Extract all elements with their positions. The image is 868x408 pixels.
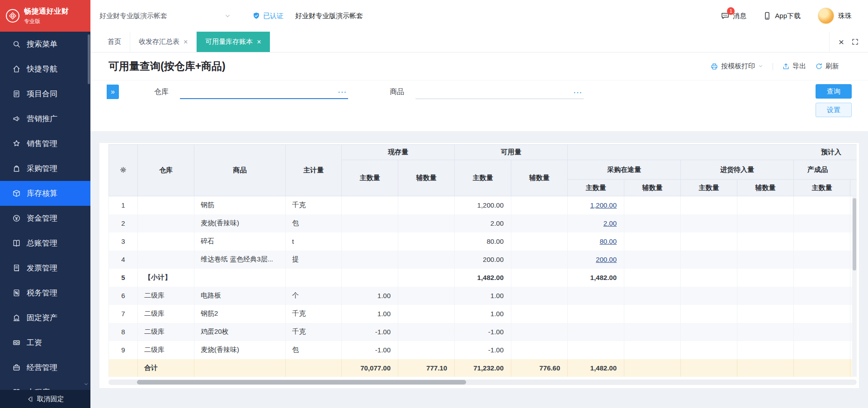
certified-badge[interactable]: 已认证 bbox=[252, 12, 283, 20]
print-label: 按模板打印 bbox=[721, 62, 755, 71]
cell-pt_aux bbox=[624, 359, 681, 377]
sidebar-item-project-contract[interactable]: 项目合同 bbox=[0, 81, 90, 106]
drilldown-link[interactable]: 200.00 bbox=[596, 256, 617, 263]
subtotal-row[interactable]: 5【小计】1,482.001,482.00 bbox=[109, 269, 857, 287]
goods-picker-button[interactable]: ··· bbox=[574, 89, 583, 96]
cell-goods bbox=[194, 269, 286, 287]
cell-goods: 麦烧(香辣味) bbox=[194, 341, 286, 359]
tab-available-ledger[interactable]: 可用量库存账本× bbox=[197, 32, 269, 52]
cell-cur_main: 1.00 bbox=[342, 305, 398, 323]
cell-goods bbox=[194, 359, 286, 377]
sidebar-item-search-menu[interactable]: 搜索菜单 bbox=[0, 32, 90, 57]
warehouse-picker-button[interactable]: ··· bbox=[338, 89, 347, 96]
sidebar-item-quick-nav[interactable]: 快捷导航 bbox=[0, 57, 90, 81]
sidebar-item-purchase-mgmt[interactable]: 采购管理 bbox=[0, 156, 90, 181]
horizontal-scrollbar[interactable] bbox=[108, 380, 857, 385]
sidebar-scroll-down-icon[interactable] bbox=[83, 381, 89, 387]
warehouse-input[interactable]: ··· bbox=[180, 85, 348, 99]
sidebar-item-sales-mgmt[interactable]: 销售管理 bbox=[0, 131, 90, 156]
account-set-select[interactable]: 好业财专业版演示帐套 bbox=[98, 9, 233, 23]
cell-ip_main bbox=[681, 269, 737, 287]
goods-input[interactable]: ··· bbox=[415, 85, 584, 99]
expand-filters-button[interactable]: » bbox=[107, 85, 119, 99]
app-logo: 畅捷通好业财 专业版 bbox=[0, 0, 90, 32]
sidebar-item-inventory-acct[interactable]: 库存核算 bbox=[0, 181, 90, 206]
drilldown-link[interactable]: 80.00 bbox=[599, 237, 617, 245]
cell-ip_aux bbox=[737, 269, 794, 287]
inventory-icon bbox=[12, 189, 21, 198]
goods-field: 商品 ··· bbox=[390, 85, 584, 99]
cell-pt_main: 1,200.00 bbox=[568, 196, 624, 214]
cell-seq: 3 bbox=[109, 232, 138, 251]
fullscreen-icon[interactable] bbox=[851, 38, 859, 46]
tab-label: 收发存汇总表 bbox=[139, 38, 179, 46]
table-viewport: 仓库 商品 主计量 现存量 可用量 预计入 主数量 辅数量 主数量 辅数量 采购… bbox=[108, 144, 857, 377]
cell-cur_aux bbox=[398, 196, 455, 214]
app-download-button[interactable]: App下载 bbox=[763, 11, 801, 20]
sidebar-scrollbar-thumb[interactable] bbox=[88, 34, 90, 84]
sidebar-item-payroll[interactable]: 工资 bbox=[0, 330, 90, 355]
drilldown-link[interactable]: 1,200.00 bbox=[590, 201, 617, 209]
export-icon bbox=[782, 62, 790, 70]
sidebar-item-invoice-mgmt[interactable]: 发票管理 bbox=[0, 256, 90, 280]
sidebar-item-marketing[interactable]: 营销推广 bbox=[0, 106, 90, 131]
refresh-label: 刷新 bbox=[826, 62, 839, 71]
table-row[interactable]: 7二级库钢筋2千克1.001.00 bbox=[109, 305, 857, 323]
tab-home[interactable]: 首页 bbox=[99, 32, 130, 52]
cell-fg_main bbox=[794, 305, 850, 323]
contract-icon bbox=[12, 90, 21, 99]
cell-unit: 包 bbox=[286, 341, 342, 359]
table-row[interactable]: 4维达卷纸 蓝色经典3层...提200.00200.00 bbox=[109, 251, 857, 269]
vertical-scrollbar[interactable] bbox=[852, 196, 857, 377]
account-set-value: 好业财专业版演示帐套 bbox=[99, 12, 167, 20]
export-button[interactable]: 导出 bbox=[782, 62, 806, 71]
app-download-label: App下载 bbox=[775, 12, 801, 20]
table-row[interactable]: 6二级库电路板个1.001.00 bbox=[109, 287, 857, 305]
table-row[interactable]: 1钢筋千克1,200.001,200.00 bbox=[109, 196, 857, 214]
cell-warehouse: 二级库 bbox=[138, 323, 194, 341]
sidebar-item-funds-mgmt[interactable]: 资金管理 bbox=[0, 206, 90, 231]
refresh-button[interactable]: 刷新 bbox=[815, 62, 839, 71]
cell-cur_main: 1.00 bbox=[342, 287, 398, 305]
cell-cur_main: 70,077.00 bbox=[342, 359, 398, 377]
cell-ip_main bbox=[681, 323, 737, 341]
search-icon bbox=[12, 40, 21, 49]
table-row[interactable]: 3碎石t80.0080.00 bbox=[109, 232, 857, 251]
table-row[interactable]: 2麦烧(香辣味)包2.002.00 bbox=[109, 214, 857, 232]
col-header-transit-aux-qty: 辅数量 bbox=[624, 180, 681, 196]
close-tabs-button[interactable]: × bbox=[839, 37, 844, 47]
cell-seq: 5 bbox=[109, 269, 138, 287]
unpin-button[interactable]: 取消固定 bbox=[0, 390, 90, 408]
cell-ip_main bbox=[681, 359, 737, 377]
cell-pt_main bbox=[568, 323, 624, 341]
cell-pt_aux bbox=[624, 232, 681, 251]
horizontal-scrollbar-thumb[interactable] bbox=[137, 380, 466, 384]
tab-close-icon[interactable]: × bbox=[184, 38, 188, 46]
tab-label: 首页 bbox=[108, 38, 121, 46]
vertical-scrollbar-thumb[interactable] bbox=[853, 198, 856, 270]
group-header-purchase-in-transit: 采购在途量 bbox=[568, 160, 681, 180]
cell-seq: 8 bbox=[109, 323, 138, 341]
cell-pt_main: 80.00 bbox=[568, 232, 624, 251]
table-row[interactable]: 9二级库麦烧(香辣味)包-1.00-1.00 bbox=[109, 341, 857, 359]
messages-button[interactable]: 1 消息 bbox=[721, 11, 746, 20]
cell-avail_aux: 776.60 bbox=[511, 359, 568, 377]
sidebar-item-fixed-assets[interactable]: 固定资产 bbox=[0, 305, 90, 330]
user-menu[interactable]: 珠珠 bbox=[818, 8, 852, 24]
tab-tools: × bbox=[829, 32, 868, 52]
content-area: 可用量查询(按仓库+商品) 按模板打印 导出 bbox=[90, 52, 868, 408]
col-header-available-main-qty: 主数量 bbox=[455, 160, 511, 196]
total-row[interactable]: 合计70,077.00777.1071,232.00776.601,482.00 bbox=[109, 359, 857, 377]
table-row[interactable]: 8二级库鸡蛋20枚千克-1.00-1.00 bbox=[109, 323, 857, 341]
sidebar-item-business-mgmt[interactable]: 经营管理 bbox=[0, 355, 90, 380]
column-settings-button[interactable] bbox=[109, 145, 138, 196]
query-button[interactable]: 查询 bbox=[816, 84, 852, 99]
tab-close-icon[interactable]: × bbox=[257, 38, 261, 46]
sidebar-item-ledger-mgmt[interactable]: 总账管理 bbox=[0, 231, 90, 256]
print-by-template-button[interactable]: 按模板打印 bbox=[710, 62, 764, 71]
tab-inout-summary[interactable]: 收发存汇总表× bbox=[130, 32, 197, 52]
sidebar-item-mini-program[interactable]: 小程序 bbox=[0, 380, 90, 390]
drilldown-link[interactable]: 2.00 bbox=[604, 219, 617, 227]
sidebar-item-tax-mgmt[interactable]: 税务管理 bbox=[0, 280, 90, 305]
settings-button[interactable]: 设置 bbox=[816, 103, 852, 117]
